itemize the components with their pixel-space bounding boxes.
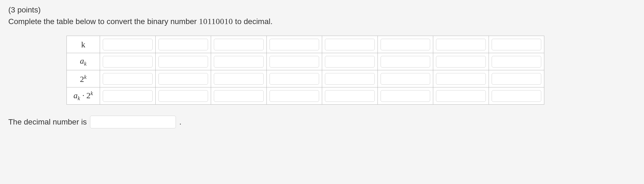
- input-ak-2[interactable]: [214, 56, 264, 68]
- input-twok-0[interactable]: [103, 73, 153, 85]
- input-ak-7[interactable]: [492, 56, 542, 68]
- input-aktwok-6[interactable]: [436, 90, 486, 102]
- input-k-5[interactable]: [381, 39, 430, 50]
- input-k-1[interactable]: [158, 39, 208, 50]
- input-ak-5[interactable]: [381, 56, 430, 68]
- input-k-2[interactable]: [214, 39, 264, 50]
- prompt: Complete the table below to convert the …: [8, 17, 636, 26]
- input-aktwok-7[interactable]: [492, 90, 542, 102]
- prompt-text-pre: Complete the table below to convert the …: [8, 17, 199, 26]
- input-twok-5[interactable]: [381, 73, 430, 85]
- answer-label: The decimal number is: [8, 118, 87, 126]
- input-twok-4[interactable]: [325, 73, 375, 85]
- conversion-table-wrap: k ak 2k: [66, 36, 544, 105]
- input-aktwok-3[interactable]: [270, 90, 319, 102]
- row-header-aktwok: ak · 2k: [67, 87, 100, 105]
- input-ak-1[interactable]: [158, 56, 208, 68]
- input-ak-4[interactable]: [325, 56, 375, 68]
- input-k-4[interactable]: [325, 39, 375, 50]
- input-twok-7[interactable]: [492, 73, 542, 85]
- input-ak-0[interactable]: [103, 56, 153, 68]
- table-row-ak: ak: [67, 53, 544, 70]
- answer-suffix: .: [179, 118, 181, 126]
- row-header-k: k: [67, 36, 100, 53]
- prompt-text-post: to decimal.: [233, 17, 273, 26]
- input-twok-3[interactable]: [270, 73, 319, 85]
- input-twok-2[interactable]: [214, 73, 264, 85]
- input-aktwok-0[interactable]: [103, 90, 153, 102]
- input-k-6[interactable]: [436, 39, 486, 50]
- input-k-0[interactable]: [103, 39, 153, 50]
- input-aktwok-5[interactable]: [381, 90, 430, 102]
- input-twok-6[interactable]: [436, 73, 486, 85]
- input-ak-6[interactable]: [436, 56, 486, 68]
- input-aktwok-2[interactable]: [214, 90, 264, 102]
- input-ak-3[interactable]: [270, 56, 319, 68]
- table-row-twok: 2k: [67, 70, 544, 87]
- input-twok-1[interactable]: [158, 73, 208, 85]
- input-aktwok-1[interactable]: [158, 90, 208, 102]
- binary-number: 10110010: [199, 17, 233, 26]
- table-row-aktwok: ak · 2k: [67, 87, 544, 105]
- answer-line: The decimal number is .: [8, 116, 636, 128]
- row-header-ak: ak: [67, 53, 100, 70]
- input-aktwok-4[interactable]: [325, 90, 375, 102]
- table-row-k: k: [67, 36, 544, 53]
- decimal-answer-input[interactable]: [90, 116, 176, 128]
- conversion-table: k ak 2k: [66, 36, 544, 105]
- input-k-3[interactable]: [270, 39, 319, 50]
- input-k-7[interactable]: [492, 39, 542, 50]
- row-header-twok: 2k: [67, 70, 100, 87]
- points-label: (3 points): [8, 6, 636, 14]
